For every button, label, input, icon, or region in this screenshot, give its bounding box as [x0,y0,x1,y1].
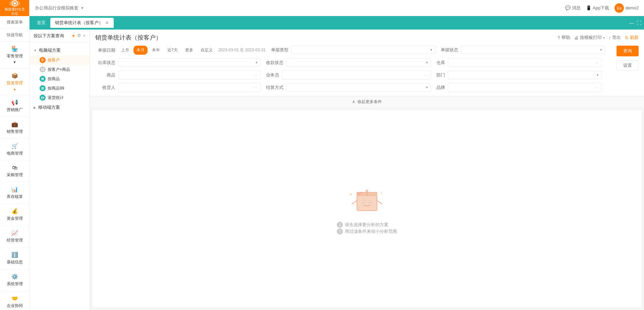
warehouse-input[interactable]: ··· [448,58,602,67]
date-btn-custom[interactable]: 自定义 [198,46,216,55]
goods-dots: ··· [254,72,258,78]
salesperson-input[interactable]: ··· [282,70,431,80]
sidebar-item-basic[interactable]: ℹ️ 基础信息 [0,248,29,269]
tab-close-icon[interactable]: ✕ [105,20,109,25]
svg-rect-7 [41,80,44,80]
bill-status-input[interactable]: ▾ [461,46,605,54]
svg-rect-3 [41,70,42,71]
goods-scheme-icon [40,76,46,82]
tab-sales-stats[interactable]: 销货单统计表（按客户） ✕ [50,18,114,28]
collapse-bar[interactable]: ∧ 收起更多条件 [90,96,644,107]
message-btn[interactable]: 💬 消息 [565,5,581,11]
settings-scheme-btn[interactable]: ⚙ [77,33,81,39]
sidebar-item-finance[interactable]: 💰 资金管理 [0,204,29,226]
chevron-down-icon: ▼ [13,60,16,64]
svg-rect-4 [43,70,44,71]
export-btn[interactable]: ↑ 导出 [609,35,621,41]
sidebar-item-purchase[interactable]: 🛍 采购管理 [0,161,29,182]
receiver-input[interactable]: ··· [118,83,261,92]
date-btn-more[interactable]: 更多 [182,46,196,55]
goods-label: 商品 [95,72,115,78]
nav-items: 🏪 零售管理 ▼ 📦 批发管理 ▲ 📢 营销推广 💼 销售管理 🛒 电商管理 🛍… [0,42,29,310]
sidebar-item-retail[interactable]: 🏪 零售管理 ▼ [0,42,29,68]
marketing-icon: 📢 [11,99,18,106]
sidebar-item-enterprise[interactable]: 🤝 企业协同 [0,291,29,310]
add-scheme-btn[interactable]: + [72,33,75,39]
tree-parent-desktop[interactable]: ▼ 电脑端方案 [30,45,90,55]
left-panel-actions: + ⚙ « [72,33,86,39]
out-status-input[interactable]: ▾ [118,58,261,67]
sidebar-item-label: 基础信息 [7,259,23,265]
sidebar-item-ecommerce[interactable]: 🛒 电商管理 [0,139,29,161]
help-btn[interactable]: ? 帮助 [557,35,570,41]
title-actions: ? 帮助 🖨 按模板打印 ▾ ↑ 导出 ↻ 刷新 [557,35,639,41]
tree-child-by-goods99[interactable]: 按商品99 [30,84,90,93]
query-button[interactable]: 查询 [616,46,639,56]
logo-subtitle: 标版 [11,11,18,16]
app-download-btn[interactable]: 📱 App下载 [586,5,609,11]
sidebar-item-inventory[interactable]: 📊 库存核算 [0,182,29,204]
svg-point-20 [366,190,368,192]
date-btn-this-year[interactable]: 本年 [149,46,163,55]
dropdown-icon[interactable]: ▾ [81,5,84,10]
tab-home[interactable]: 首页 [32,18,50,28]
tree-child-by-goods[interactable]: 按商品 [30,74,90,84]
quick-nav[interactable]: 快捷导航 [0,29,29,42]
phone-icon: 📱 [586,5,591,10]
tree-child-label: 按客户 [48,57,60,63]
left-panel-title: 按以下方案查询 [34,33,64,39]
window-controls: — ⛶ [629,20,641,25]
bill-status-label: 单据状态 [441,47,458,53]
collapse-panel-btn[interactable]: « [83,33,86,39]
sidebar-item-operations[interactable]: 📈 经营管理 [0,226,29,248]
goods-input[interactable]: ··· [118,70,261,80]
tree-child-by-customer-goods[interactable]: 按客户+商品 [30,65,90,74]
maximize-icon[interactable]: ⛶ [637,20,641,25]
refresh-label: 刷新 [630,35,639,41]
sidebar-item-sales[interactable]: 💼 销售管理 [0,117,29,139]
svg-rect-11 [41,98,43,99]
tree-child-label: 按客户+商品 [48,67,70,72]
brand-filter: 品牌 ··· [436,83,602,92]
bill-status-filter: 单据状态 ▾ [441,46,605,54]
department-arrow: ▾ [597,73,599,77]
user-profile[interactable]: Ea demo2 [614,3,639,13]
brand-dots: ··· [595,85,599,90]
sidebar-item-label: 经营管理 [7,238,23,243]
tab-bar: 首页 销货单统计表（按客户） ✕ — ⛶ [30,16,644,30]
empty-state: ✦ ✦ ✦ 1 请先选择要分析的方案 2 用过滤条件来缩小分析范围 [93,110,641,307]
svg-rect-12 [41,97,43,97]
minimize-icon[interactable]: — [629,20,634,25]
empty-step-2: 2 用过滤条件来缩小分析范围 [337,228,397,235]
sidebar-item-wholesale[interactable]: 📦 批发管理 ▲ [0,68,29,95]
date-btn-last-month[interactable]: 上月 [118,46,132,55]
refresh-btn[interactable]: ↻ 刷新 [625,35,639,41]
finance-icon: 💰 [11,208,18,214]
purchase-icon: 🛍 [12,165,17,171]
bill-type-input[interactable]: ▾ [291,46,435,54]
settings-button[interactable]: 设置 [616,60,639,70]
sidebar-item-label: 销售管理 [7,129,23,135]
page-title-bar: 销货单统计表（按客户） ? 帮助 🖨 按模板打印 ▾ ↑ 导出 [90,30,644,42]
department-input[interactable]: ▾ [448,71,602,79]
date-btn-last-7days[interactable]: 近7天 [164,46,181,55]
receive-status-input[interactable]: ▾ [286,58,431,67]
empty-illustration: ✦ ✦ ✦ [347,182,387,216]
brand-input[interactable]: ··· [448,83,602,92]
bill-status-arrow: ▾ [600,48,602,52]
tree-child-by-customer[interactable]: 客 按客户 [30,55,90,65]
date-filter-label: 单据日期 [95,47,115,53]
left-panel: 按以下方案查询 + ⚙ « ▼ 电脑端方案 客 按客户 [30,30,90,310]
search-menu[interactable]: 搜索菜单 [0,16,29,29]
top-header: 办公用品行业模拟账套 ▾ 💬 消息 📱 App下载 Ea demo2 [30,0,644,16]
export-label: 导出 [612,35,621,41]
settlement-input[interactable]: ▾ [286,83,431,92]
sidebar-item-marketing[interactable]: 📢 营销推广 [0,95,29,117]
sidebar-item-system[interactable]: ⚙️ 系统管理 [0,269,29,291]
out-status-filter: 出库状态 ▾ [95,58,261,67]
print-btn[interactable]: 🖨 按模板打印 ▾ [574,35,605,41]
salesperson-dots: ··· [425,72,428,78]
date-btn-this-month[interactable]: 本月 [133,46,148,55]
tree-child-returns[interactable]: 退货统计 [30,93,90,102]
tree-parent-mobile[interactable]: ▶ 移动端方案 [30,102,90,112]
